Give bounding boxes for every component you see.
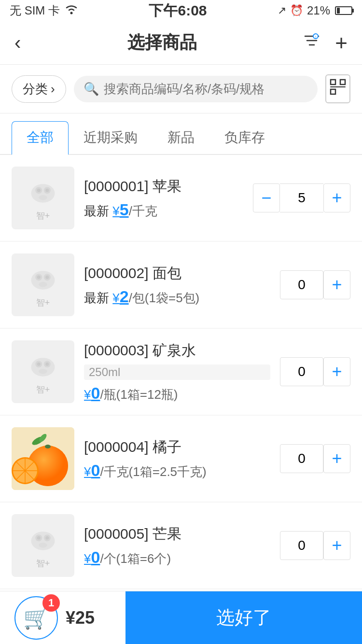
product-name: [0000003] 矿泉水	[84, 341, 270, 361]
product-info: [0000001] 苹果 最新 ¥5/千克	[84, 177, 243, 220]
confirm-button[interactable]: 选好了	[125, 591, 362, 644]
product-info: [0000003] 矿泉水 250ml ¥0/瓶(1箱=12瓶)	[84, 341, 270, 403]
product-price: 最新 ¥2/包(1袋=5包)	[84, 287, 270, 307]
product-name: [0000002] 面包	[84, 264, 270, 283]
tab-recent[interactable]: 近期采购	[69, 121, 153, 154]
increase-button[interactable]: +	[323, 270, 350, 299]
increase-button[interactable]: +	[323, 183, 350, 212]
product-price: ¥0/千克(1箱=2.5千克)	[84, 461, 270, 480]
tab-negative[interactable]: 负库存	[209, 121, 280, 154]
product-list: 智+ [0000001] 苹果 最新 ¥5/千克 − +	[0, 155, 362, 644]
wifi-icon	[65, 4, 78, 17]
svg-point-20	[45, 276, 49, 279]
battery-percent: 21%	[307, 4, 330, 17]
location-icon: ↗	[278, 4, 286, 17]
status-time: 下午6:08	[149, 1, 207, 21]
status-right: ↗ ⏰ 21%	[278, 4, 352, 17]
product-image: 智+	[12, 253, 74, 316]
svg-point-13	[37, 189, 41, 192]
nav-title: 选择商品	[127, 31, 197, 55]
product-name: [0000001] 苹果	[84, 177, 243, 196]
product-image	[12, 427, 74, 490]
nav-actions: ! +	[303, 31, 348, 55]
scan-icon[interactable]	[325, 74, 350, 103]
cart-section: 🛒 1 ¥25	[0, 596, 125, 640]
svg-point-15	[39, 195, 47, 200]
alarm-icon: ⏰	[290, 4, 303, 17]
bottom-bar: 🛒 1 ¥25 选好了	[0, 591, 362, 644]
list-item: 智+ [0000001] 苹果 最新 ¥5/千克 − +	[0, 155, 362, 241]
category-chevron: ›	[51, 82, 55, 97]
carrier-label: 无 SIM 卡	[10, 3, 60, 18]
back-button[interactable]: ‹	[14, 32, 21, 54]
product-info: [0000002] 面包 最新 ¥2/包(1袋=5包)	[84, 264, 270, 307]
placeholder-image: 智+	[12, 253, 74, 316]
product-image: 智+	[12, 167, 74, 229]
decrease-button[interactable]: −	[253, 183, 280, 212]
nav-bar: ‹ 选择商品 ! +	[0, 21, 362, 65]
product-spec: 250ml	[84, 364, 270, 380]
svg-point-45	[39, 543, 47, 548]
list-item: 智+ [0000003] 矿泉水 250ml ¥0/瓶(1箱=12瓶) +	[0, 329, 362, 415]
svg-point-26	[45, 363, 49, 366]
svg-rect-7	[340, 80, 345, 84]
product-image: 智+	[12, 514, 74, 577]
orange-illustration	[12, 427, 74, 490]
placeholder-image: 智+	[12, 167, 74, 229]
quantity-control: +	[280, 444, 350, 473]
quantity-input[interactable]	[280, 183, 323, 212]
quantity-control: +	[280, 357, 350, 386]
quantity-input[interactable]	[280, 357, 323, 386]
status-bar: 无 SIM 卡 下午6:08 ↗ ⏰ 21%	[0, 0, 362, 21]
quantity-input[interactable]	[280, 531, 323, 560]
filter-row: 分类 › 🔍	[0, 65, 362, 113]
increase-button[interactable]: +	[323, 357, 350, 386]
cart-icon-wrap: 🛒 1	[14, 596, 58, 640]
tab-all[interactable]: 全部	[12, 121, 69, 155]
tab-row: 全部 近期采购 新品 负库存	[0, 113, 362, 155]
increase-button[interactable]: +	[323, 531, 350, 560]
search-box: 🔍	[74, 76, 318, 102]
add-button[interactable]: +	[335, 31, 348, 55]
svg-point-0	[70, 12, 73, 14]
svg-rect-6	[331, 80, 335, 84]
list-item: [0000004] 橘子 ¥0/千克(1箱=2.5千克) +	[0, 416, 362, 502]
placeholder-image: 智+	[12, 514, 74, 577]
svg-point-21	[39, 282, 47, 287]
product-info: [0000005] 芒果 ¥0/个(1箱=6个)	[84, 524, 270, 567]
status-left: 无 SIM 卡	[10, 3, 78, 18]
svg-point-25	[37, 363, 41, 366]
battery-icon	[335, 6, 352, 15]
svg-point-44	[45, 536, 49, 540]
search-input[interactable]	[104, 82, 308, 97]
quantity-input[interactable]	[280, 270, 323, 299]
quantity-control: +	[280, 270, 350, 299]
search-icon: 🔍	[84, 82, 99, 97]
cart-badge: 1	[42, 594, 60, 612]
product-info: [0000004] 橘子 ¥0/千克(1箱=2.5千克)	[84, 437, 270, 480]
svg-text:!: !	[315, 35, 316, 39]
product-price: ¥0/瓶(1箱=12瓶)	[84, 384, 270, 403]
cart-total: ¥25	[66, 608, 95, 628]
list-item: 智+ [0000002] 面包 最新 ¥2/包(1袋=5包) +	[0, 242, 362, 328]
svg-point-14	[45, 189, 49, 192]
category-label: 分类	[23, 81, 48, 98]
product-price: 最新 ¥5/千克	[84, 200, 243, 220]
product-name: [0000005] 芒果	[84, 524, 270, 544]
category-button[interactable]: 分类 ›	[12, 75, 66, 103]
svg-point-31	[45, 445, 51, 448]
filter-icon[interactable]: !	[303, 32, 320, 54]
list-item: 智+ [0000005] 芒果 ¥0/个(1箱=6个) +	[0, 503, 362, 588]
increase-button[interactable]: +	[323, 444, 350, 473]
product-image: 智+	[12, 340, 74, 403]
svg-rect-8	[331, 89, 335, 94]
tab-new[interactable]: 新品	[153, 121, 209, 154]
product-price: ¥0/个(1箱=6个)	[84, 548, 270, 567]
quantity-control: +	[280, 531, 350, 560]
product-name: [0000004] 橘子	[84, 437, 270, 457]
quantity-input[interactable]	[280, 444, 323, 473]
quantity-control: − +	[253, 183, 350, 212]
svg-point-27	[39, 369, 47, 374]
placeholder-image: 智+	[12, 340, 74, 403]
svg-point-19	[37, 276, 41, 279]
